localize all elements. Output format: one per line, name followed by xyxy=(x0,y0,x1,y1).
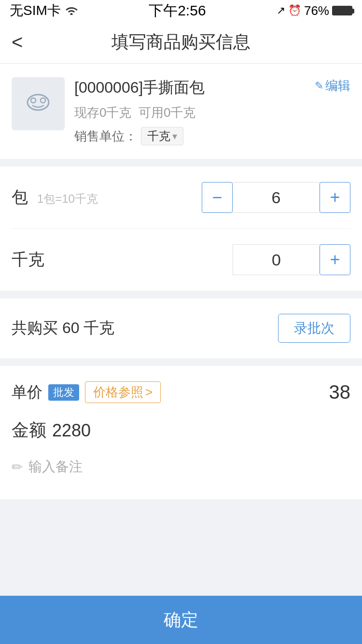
price-left: 单价 批发 价格参照 > xyxy=(12,381,161,403)
unit-dropdown-arrow: ▾ xyxy=(172,130,177,142)
edit-button[interactable]: ✎ 编辑 xyxy=(315,77,350,94)
package-decrement-button[interactable]: − xyxy=(202,182,233,213)
nav-bar: < 填写商品购买信息 xyxy=(0,21,362,64)
quantity-section: 包 1包=10千克 − + 千克 + xyxy=(0,167,362,291)
total-row: 共购买 60 千克 录批次 xyxy=(0,298,362,358)
product-unit: 销售单位： 千克 ▾ xyxy=(74,127,305,145)
kg-label-area: 千克 xyxy=(12,249,44,271)
package-row: 包 1包=10千克 − + xyxy=(12,167,350,229)
package-controls: − + xyxy=(202,182,350,213)
amount-value: 2280 xyxy=(52,420,91,441)
remark-row[interactable]: ✏ 输入备注 xyxy=(12,450,350,484)
product-card: [0000006]手撕面包 现存0千克 可用0千克 销售单位： 千克 ▾ ✎ 编… xyxy=(0,64,362,159)
total-text: 共购买 60 千克 xyxy=(12,318,114,339)
confirm-button[interactable]: 确定 xyxy=(0,596,362,644)
product-thumbnail xyxy=(12,77,65,130)
product-info: [0000006]手撕面包 现存0千克 可用0千克 销售单位： 千克 ▾ xyxy=(74,77,305,145)
product-card-right: ✎ 编辑 xyxy=(315,77,350,94)
price-label: 单价 xyxy=(12,382,42,403)
pencil-icon: ✏ xyxy=(12,459,23,475)
price-section: 单价 批发 价格参照 > 38 金额 2280 ✏ 输入备注 xyxy=(0,366,362,499)
kg-controls: + xyxy=(233,244,350,275)
battery-icon xyxy=(332,6,352,15)
package-label-area: 包 1包=10千克 xyxy=(12,186,98,209)
wifi-icon xyxy=(65,3,78,18)
status-right: ↗ ⏰ 76% xyxy=(277,3,352,18)
price-value: 38 xyxy=(329,381,351,403)
remark-label: 输入备注 xyxy=(28,458,83,476)
package-label: 包 xyxy=(12,188,28,206)
kg-increment-button[interactable]: + xyxy=(320,244,350,275)
product-stock: 现存0千克 可用0千克 xyxy=(74,104,305,121)
carrier-label: 无SIM卡 xyxy=(10,1,61,20)
kg-quantity-input[interactable] xyxy=(233,244,320,275)
kg-label: 千克 xyxy=(12,250,44,268)
location-icon: ↗ xyxy=(277,4,285,17)
package-quantity-input[interactable] xyxy=(233,182,320,213)
battery-percent: 76% xyxy=(304,3,329,18)
batch-button[interactable]: 录批次 xyxy=(278,314,350,343)
back-button[interactable]: < xyxy=(12,31,23,53)
alarm-icon: ⏰ xyxy=(288,4,301,17)
package-increment-button[interactable]: + xyxy=(320,182,350,213)
status-time: 下午2:56 xyxy=(149,1,206,21)
svg-point-1 xyxy=(31,98,36,103)
amount-row: 金额 2280 xyxy=(12,419,350,442)
amount-label: 金额 xyxy=(12,419,46,442)
price-row: 单价 批发 价格参照 > 38 xyxy=(12,381,350,403)
kg-row: 千克 + xyxy=(12,229,350,291)
wholesale-badge: 批发 xyxy=(48,384,79,401)
product-name: [0000006]手撕面包 xyxy=(74,77,305,98)
page-title: 填写商品购买信息 xyxy=(111,30,251,54)
svg-point-2 xyxy=(41,98,45,103)
status-left: 无SIM卡 xyxy=(10,1,78,20)
package-hint: 1包=10千克 xyxy=(37,192,98,205)
price-reference-button[interactable]: 价格参照 > xyxy=(85,381,161,403)
status-bar: 无SIM卡 下午2:56 ↗ ⏰ 76% xyxy=(0,0,362,21)
unit-selector[interactable]: 千克 ▾ xyxy=(141,127,183,145)
